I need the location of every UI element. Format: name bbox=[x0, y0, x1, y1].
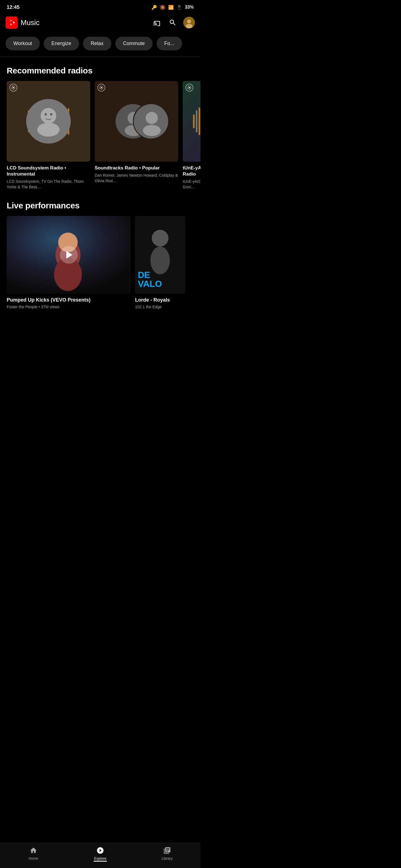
app-header: Music bbox=[0, 13, 200, 33]
status-icons: 🔑 🔕 📶 📱 33% bbox=[151, 5, 194, 10]
video-title-2: Lorde - Royals bbox=[135, 297, 185, 303]
radio-info-3: tUnE-yArDs Radio tUnE-yArDs, Grim… bbox=[183, 162, 200, 190]
section-divider bbox=[0, 57, 200, 57]
radio-subtitle-2: Dan Romer, James Newton Howard, Coldplay… bbox=[95, 173, 178, 184]
time-display: 12:45 bbox=[7, 4, 20, 10]
radio-icon-3 bbox=[188, 86, 191, 90]
shuffle-icon bbox=[11, 86, 15, 90]
wifi-icon: 📶 bbox=[168, 5, 174, 10]
artist-avatar-2b bbox=[133, 103, 169, 140]
mute-icon: 🔕 bbox=[160, 5, 165, 10]
play-button-1[interactable] bbox=[60, 246, 78, 264]
chip-commute[interactable]: Commute bbox=[115, 37, 152, 50]
svg-point-17 bbox=[146, 112, 158, 124]
svg-point-7 bbox=[41, 108, 56, 124]
search-button[interactable] bbox=[168, 18, 178, 28]
cast-icon bbox=[153, 19, 161, 26]
video-thumb-1 bbox=[7, 216, 131, 294]
waveform-3 bbox=[183, 81, 200, 162]
svg-point-30 bbox=[150, 247, 170, 274]
mood-chips: Workout Energize Relax Commute Fo... bbox=[0, 33, 200, 55]
svg-marker-22 bbox=[189, 87, 191, 89]
radio-info-1: LCD Soundsystem Radio • Instrumental LCD… bbox=[7, 162, 90, 190]
radio-card-2[interactable]: Soundtracks Radio • Popular Dan Romer, J… bbox=[95, 81, 178, 190]
recommended-radios-section: Recommended radios bbox=[0, 58, 200, 195]
battery-display: 33% bbox=[185, 5, 194, 10]
svg-point-4 bbox=[187, 20, 191, 23]
radio-title-2: Soundtracks Radio • Popular bbox=[95, 165, 178, 171]
radio-cards-row: LCD Soundsystem Radio • Instrumental LCD… bbox=[0, 81, 200, 190]
video-info-1: Pumped Up Kicks (VEVO Presents) Foster t… bbox=[7, 294, 131, 309]
key-icon: 🔑 bbox=[151, 5, 157, 10]
radio-play-icon-1 bbox=[9, 84, 17, 92]
waveform-bar bbox=[193, 114, 195, 128]
video-card-2[interactable]: DEVALO Lorde - Royals 102.1 the Edge bbox=[135, 216, 185, 309]
waveform-bar bbox=[199, 107, 200, 135]
search-icon bbox=[169, 19, 176, 26]
radio-thumb-1 bbox=[7, 81, 90, 162]
avatar-image bbox=[183, 17, 195, 28]
radio-info-2: Soundtracks Radio • Popular Dan Romer, J… bbox=[95, 162, 178, 184]
svg-point-18 bbox=[143, 125, 161, 136]
radio-title-3: tUnE-yArDs Radio bbox=[183, 165, 200, 177]
svg-point-10 bbox=[50, 113, 52, 116]
svg-point-5 bbox=[186, 24, 193, 28]
waveform-bar bbox=[196, 110, 197, 132]
header-actions bbox=[152, 17, 195, 28]
video-title-1: Pumped Up Kicks (VEVO Presents) bbox=[7, 297, 131, 303]
video-card-1[interactable]: Pumped Up Kicks (VEVO Presents) Foster t… bbox=[7, 216, 131, 309]
video-subtitle-1: Foster the People • 37M views bbox=[7, 305, 131, 309]
video-thumb-2: DEVALO bbox=[135, 216, 185, 294]
radio-play-icon-3 bbox=[185, 84, 193, 92]
svg-point-29 bbox=[152, 230, 169, 247]
recommended-radios-title: Recommended radios bbox=[0, 66, 200, 81]
video-overlay-text: DEVALO bbox=[138, 271, 162, 288]
logo-area: Music bbox=[6, 17, 39, 29]
live-performances-section: Live performances bbox=[0, 195, 200, 315]
video-info-2: Lorde - Royals 102.1 the Edge bbox=[135, 294, 185, 309]
svg-marker-20 bbox=[101, 87, 103, 89]
artist-image-1 bbox=[26, 99, 71, 144]
bottom-spacer bbox=[0, 315, 200, 342]
play-arrow-icon bbox=[66, 251, 73, 259]
app-name: Music bbox=[21, 18, 39, 27]
chip-relax[interactable]: Relax bbox=[83, 37, 111, 50]
radio-subtitle-3: tUnE-yArDs, Grim… bbox=[183, 179, 200, 190]
live-performances-title: Live performances bbox=[0, 201, 200, 216]
radio-card-1[interactable]: LCD Soundsystem Radio • Instrumental LCD… bbox=[7, 81, 90, 190]
radio-thumb-2 bbox=[95, 81, 178, 162]
signal-icon: 📱 bbox=[176, 5, 182, 10]
svg-point-9 bbox=[45, 113, 47, 116]
chip-workout[interactable]: Workout bbox=[6, 37, 40, 50]
artist-image-2b bbox=[134, 104, 169, 140]
radio-card-3[interactable]: tUnE-yArDs Radio tUnE-yArDs, Grim… bbox=[183, 81, 200, 190]
chip-focus[interactable]: Fo... bbox=[156, 37, 182, 50]
svg-point-2 bbox=[10, 21, 13, 24]
artist-avatar-1 bbox=[26, 99, 71, 144]
svg-marker-12 bbox=[13, 87, 15, 89]
status-bar: 12:45 🔑 🔕 📶 📱 33% bbox=[0, 0, 200, 13]
svg-point-8 bbox=[37, 123, 60, 136]
cast-button[interactable] bbox=[152, 18, 162, 28]
video-subtitle-2: 102.1 the Edge bbox=[135, 305, 185, 309]
radio-thumb-3 bbox=[183, 81, 200, 162]
radio-play-icon-2 bbox=[97, 84, 105, 92]
video-cards-row: Pumped Up Kicks (VEVO Presents) Foster t… bbox=[0, 216, 200, 309]
radio-subtitle-1: LCD Soundsystem, TV On The Radio, Thom Y… bbox=[7, 179, 90, 190]
radio-title-1: LCD Soundsystem Radio • Instrumental bbox=[7, 165, 90, 177]
youtube-music-logo bbox=[6, 17, 18, 29]
chip-energize[interactable]: Energize bbox=[44, 37, 79, 50]
user-avatar[interactable] bbox=[183, 17, 195, 28]
radio-icon-2 bbox=[99, 86, 103, 90]
